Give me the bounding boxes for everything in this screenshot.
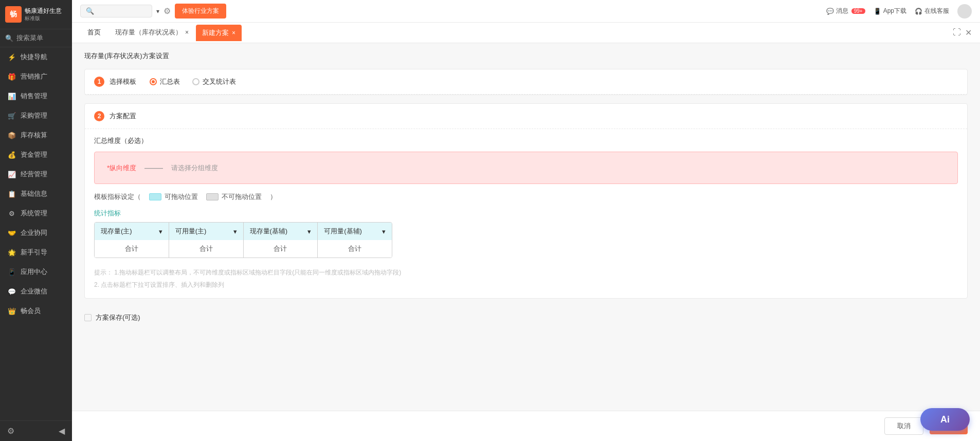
radio-summary-table[interactable]: 汇总表 bbox=[150, 77, 180, 86]
main-area: 🔍 ▾ ⚙ 体验行业方案 💬 消息 99+ 📱 App下载 🎧 在线客服 bbox=[72, 0, 980, 441]
sidebar-item-finance[interactable]: 💰 资金管理 bbox=[0, 145, 72, 164]
radio-summary-dot bbox=[150, 78, 157, 85]
dimension-required-label: *纵向维度 bbox=[107, 163, 136, 173]
sidebar-logo: 畅 畅康通好生意 标准版 bbox=[0, 0, 72, 29]
stats-table-header: 现存量(主) ▾ 可用量(主) ▾ 现存量(基辅) ▾ 可用量(基辅) bbox=[95, 223, 392, 240]
indicator-row: 模板指标设定（ 可拖动位置 不可拖动位置 ） bbox=[94, 192, 958, 201]
page-title: 现存量(库存状况表)方案设置 bbox=[84, 51, 968, 61]
app-download-icon: 📱 bbox=[874, 8, 881, 15]
col-0-dropdown-icon[interactable]: ▾ bbox=[159, 228, 162, 235]
dropdown-chevron-icon: ▾ bbox=[156, 8, 159, 15]
stats-cell-3: 合计 bbox=[318, 240, 392, 258]
tab-inventory-status[interactable]: 现存量（库存状况表） × bbox=[108, 23, 196, 43]
collab-icon: 🤝 bbox=[7, 228, 16, 237]
stats-col-1: 可用量(主) ▾ bbox=[169, 223, 244, 240]
sidebar: 畅 畅康通好生意 标准版 🔍 搜索菜单 ⚡ 快捷导航 🎁 营销推广 📊 销售管理… bbox=[0, 0, 72, 441]
user-avatar[interactable] bbox=[957, 4, 972, 19]
col-1-dropdown-icon[interactable]: ▾ bbox=[233, 228, 237, 235]
search-icon: 🔍 bbox=[5, 34, 13, 42]
trial-btn[interactable]: 体验行业方案 bbox=[175, 4, 226, 19]
stats-cell-1: 合计 bbox=[169, 240, 244, 258]
fixed-color-box bbox=[206, 193, 219, 200]
finance-icon: 💰 bbox=[7, 150, 16, 159]
radio-cross-table[interactable]: 交叉统计表 bbox=[192, 77, 236, 86]
fixed-indicator-badge: 不可拖动位置 bbox=[206, 192, 262, 201]
tips-area: 提示： 1.拖动标题栏可以调整布局，不可跨维度或指标区域拖动栏目字段(只能在同一… bbox=[94, 266, 958, 291]
headset-icon: 🎧 bbox=[915, 8, 922, 15]
collapse-icon[interactable]: ◀ bbox=[59, 426, 65, 436]
tab-new-plan-close-icon[interactable]: × bbox=[232, 29, 235, 36]
message-item[interactable]: 💬 消息 99+ bbox=[826, 7, 865, 15]
step1-header: 1 选择模板 汇总表 交叉统计表 bbox=[85, 69, 967, 95]
settings-bottom-icon[interactable]: ⚙ bbox=[7, 426, 14, 436]
message-icon: 💬 bbox=[826, 8, 834, 15]
operations-icon: 📈 bbox=[7, 170, 16, 179]
sidebar-search-menu[interactable]: 🔍 搜索菜单 bbox=[0, 29, 72, 47]
step2-body: 汇总维度（必选） *纵向维度 —— 请选择分组维度 模板指标设定（ 可拖动位置 … bbox=[85, 129, 967, 298]
step2-title: 方案配置 bbox=[110, 112, 136, 121]
topbar: 🔍 ▾ ⚙ 体验行业方案 💬 消息 99+ 📱 App下载 🎧 在线客服 bbox=[72, 0, 980, 23]
tab-home[interactable]: 首页 bbox=[80, 23, 108, 43]
sidebar-item-operations[interactable]: 📈 经营管理 bbox=[0, 164, 72, 184]
col-3-dropdown-icon[interactable]: ▾ bbox=[382, 228, 386, 235]
sidebar-nav: ⚡ 快捷导航 🎁 营销推广 📊 销售管理 🛒 采购管理 📦 库存核算 💰 资金管… bbox=[0, 47, 72, 420]
content-area: 现存量(库存状况表)方案设置 1 选择模板 汇总表 交叉统计表 bbox=[72, 43, 980, 411]
step1-badge: 1 bbox=[94, 77, 104, 87]
sales-icon: 📊 bbox=[7, 91, 16, 101]
topbar-search-box[interactable]: 🔍 bbox=[80, 5, 152, 17]
cancel-button[interactable]: 取消 bbox=[884, 417, 923, 435]
topbar-search-input[interactable] bbox=[97, 8, 147, 15]
stats-section-label: 统计指标 bbox=[94, 209, 958, 218]
inventory-icon: 📦 bbox=[7, 131, 16, 140]
topbar-settings-icon[interactable]: ⚙ bbox=[164, 6, 171, 16]
app-logo-text: 畅康通好生意 标准版 bbox=[25, 7, 62, 22]
maximize-icon[interactable]: ⛶ bbox=[953, 28, 961, 38]
step2-badge: 2 bbox=[94, 111, 104, 121]
newbie-icon: 🌟 bbox=[7, 248, 16, 257]
app-center-icon: 📱 bbox=[7, 267, 16, 277]
sidebar-item-sales[interactable]: 📊 销售管理 bbox=[0, 86, 72, 106]
sidebar-item-wechat[interactable]: 💬 企业微信 bbox=[0, 282, 72, 301]
wechat-icon: 💬 bbox=[7, 287, 16, 296]
step1-title: 选择模板 bbox=[110, 77, 136, 86]
draggable-indicator-badge: 可拖动位置 bbox=[149, 192, 198, 201]
tab-new-plan[interactable]: 新建方案 × bbox=[196, 25, 242, 41]
sidebar-bottom: ⚙ ◀ bbox=[0, 420, 72, 441]
stats-cell-0: 合计 bbox=[95, 240, 169, 258]
sidebar-item-basic-info[interactable]: 📋 基础信息 bbox=[0, 184, 72, 204]
footer: 取消 查询 bbox=[72, 411, 980, 441]
draggable-color-box bbox=[149, 193, 161, 200]
col-2-dropdown-icon[interactable]: ▾ bbox=[307, 228, 311, 235]
template-radio-group: 汇总表 交叉统计表 bbox=[150, 77, 236, 86]
sidebar-item-purchase[interactable]: 🛒 采购管理 bbox=[0, 106, 72, 125]
step1-section: 1 选择模板 汇总表 交叉统计表 bbox=[84, 69, 968, 95]
topbar-left: 🔍 ▾ ⚙ 体验行业方案 bbox=[80, 4, 820, 19]
sidebar-item-member[interactable]: 👑 畅会员 bbox=[0, 301, 72, 321]
sidebar-item-collab[interactable]: 🤝 企业协同 bbox=[0, 223, 72, 243]
purchase-icon: 🛒 bbox=[7, 111, 16, 120]
close-tab-icon[interactable]: ✕ bbox=[965, 28, 972, 38]
online-service-item[interactable]: 🎧 在线客服 bbox=[915, 7, 949, 15]
save-option-label: 方案保存(可选) bbox=[96, 313, 140, 322]
marketing-icon: 🎁 bbox=[7, 72, 16, 81]
sidebar-item-newbie[interactable]: 🌟 新手引导 bbox=[0, 243, 72, 262]
member-icon: 👑 bbox=[7, 306, 16, 316]
step2-header: 2 方案配置 bbox=[85, 104, 967, 129]
ai-bubble[interactable]: Ai bbox=[920, 408, 970, 431]
sidebar-item-marketing[interactable]: 🎁 营销推广 bbox=[0, 67, 72, 86]
sidebar-item-inventory[interactable]: 📦 库存核算 bbox=[0, 125, 72, 145]
quick-nav-icon: ⚡ bbox=[7, 52, 16, 62]
dimension-sep: —— bbox=[144, 162, 163, 173]
topbar-dropdown[interactable]: ▾ bbox=[156, 8, 159, 15]
tabs-expand-area: ⛶ ✕ bbox=[953, 28, 972, 38]
stats-col-0: 现存量(主) ▾ bbox=[95, 223, 169, 240]
tabs-bar: 首页 现存量（库存状况表） × 新建方案 × ⛶ ✕ bbox=[72, 23, 980, 43]
app-download-item[interactable]: 📱 App下载 bbox=[874, 7, 906, 15]
dimension-box[interactable]: *纵向维度 —— 请选择分组维度 bbox=[94, 152, 958, 184]
sidebar-item-app-center[interactable]: 📱 应用中心 bbox=[0, 262, 72, 282]
save-checkbox[interactable] bbox=[84, 314, 92, 321]
stats-table: 现存量(主) ▾ 可用量(主) ▾ 现存量(基辅) ▾ 可用量(基辅) bbox=[94, 222, 392, 258]
tab-inventory-close-icon[interactable]: × bbox=[185, 29, 189, 36]
sidebar-item-quick-nav[interactable]: ⚡ 快捷导航 bbox=[0, 47, 72, 67]
sidebar-item-system[interactable]: ⚙ 系统管理 bbox=[0, 204, 72, 223]
